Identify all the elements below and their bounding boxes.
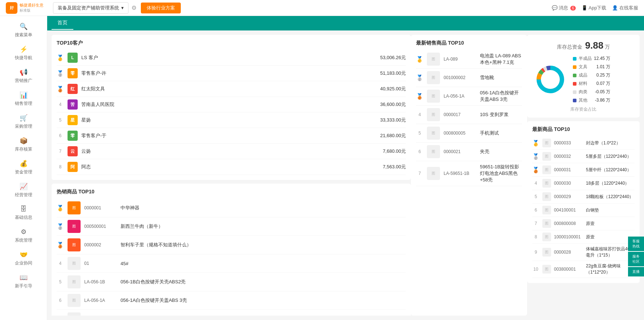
rank-name: 阿态	[81, 164, 379, 170]
medal-icon: 🥇	[532, 140, 539, 147]
messages-link[interactable]: 💬 消息 6	[552, 5, 576, 11]
medal-icon: 🥈	[57, 70, 64, 77]
legend-value: 0.25 万	[596, 72, 611, 78]
new-prod-icon: 图	[542, 179, 551, 188]
hot-products-title: 热销商品 TOP10	[57, 189, 406, 195]
newest-products-panel: 最新商品 TOP10 🥇 图 0000033 封边带（1.0*22） 🥈 图 0…	[527, 121, 640, 283]
prod-code: 000800005	[444, 131, 476, 136]
sidebar-label: 资金管理	[15, 169, 32, 175]
medal-icon: 🥈	[57, 223, 64, 230]
new-prod-name: 原壹	[586, 221, 635, 227]
sidebar-item-资金管理[interactable]: 💰资金管理	[0, 156, 47, 179]
new-prod-item: 7 图 000800008 原壹	[532, 217, 635, 230]
sidebar-label: 经营管理	[15, 192, 32, 198]
sidebar-item-系统管理[interactable]: ⚙系统管理	[0, 224, 47, 247]
sidebar-item-快捷导航[interactable]: ⚡快捷导航	[0, 42, 47, 65]
new-prod-code: 004100001	[554, 208, 583, 213]
new-prod-num: 9	[532, 250, 539, 255]
prod-img: 图	[68, 238, 81, 251]
prod-img: 图	[427, 127, 440, 140]
settings-icon[interactable]: ⚙	[131, 4, 136, 11]
rank-item: 4 苦 苦南县人民医院 36,600.00元	[57, 97, 406, 112]
prod-name: 新西兰牛肉（新牛）	[121, 223, 406, 230]
prod-img: 图	[68, 312, 81, 316]
new-prod-name: 封边带（1.0*22）	[586, 140, 635, 146]
sidebar-item-库存核算[interactable]: 📦库存核算	[0, 133, 47, 156]
prod-img: 图	[427, 167, 440, 180]
customers-top10-title: TOP10客户	[57, 40, 406, 46]
new-prod-num: 4	[532, 181, 539, 186]
prod-num: 6	[416, 149, 423, 154]
newest-sales-panel: 最新销售商品 TOP10 🥇 图 LA-089 电池盖 LA-089 ABS本色…	[411, 35, 527, 316]
logo-sub: 标准版	[20, 8, 44, 13]
rank-name: 红太阳文具	[81, 86, 376, 92]
stock-label: 库存资金占比	[532, 106, 635, 112]
rank-item: 8 阿 阿态 7,563.00元	[57, 159, 406, 175]
sidebar-item-搜索菜单[interactable]: 🔍搜索菜单	[0, 19, 47, 42]
prod-img: 图	[68, 275, 81, 288]
sidebar-item-营销推广[interactable]: 📢营销推广	[0, 65, 47, 87]
new-prod-name: 5厘多层（1220*2440）	[586, 153, 635, 160]
prod-code: 0000021	[444, 149, 476, 154]
legend-item: 文具 1.01 万	[573, 64, 610, 70]
sales-item: 🥉 图 LA-056-1A 056-1A白色按键开关盖ABS 3壳	[416, 87, 522, 106]
sidebar-label: 销售管理	[15, 100, 32, 107]
prod-img: 图	[68, 294, 81, 307]
rank-amount: 33,333.00元	[380, 117, 406, 123]
rank-name: 零售客户-于	[81, 132, 376, 139]
tab-home[interactable]: 首页	[52, 17, 73, 30]
new-prod-name: 5厘中纤（1220*2440）	[586, 167, 635, 173]
new-prod-item: 🥉 图 0000031 5厘中纤（1220*2440）	[532, 163, 635, 177]
sidebar-item-企业协同[interactable]: 🤝企业协同	[0, 247, 47, 270]
new-prod-code: 0000031	[554, 167, 583, 172]
rank-avatar: 零	[68, 68, 78, 78]
prod-name: 10S 变刹罗浆	[480, 111, 522, 118]
prod-item: 🥈 图 000500001 新西兰牛肉（新牛）	[57, 217, 406, 236]
float-btn[interactable]: 服务 社区	[628, 252, 644, 266]
sidebar-label: 营销推广	[15, 78, 32, 84]
sidebar-icon: 📢	[20, 68, 28, 76]
float-btn[interactable]: 客服 热线	[628, 237, 644, 251]
prod-code: 000500001	[84, 224, 117, 229]
prod-name: 智利车子里（规格不知道填什么）	[121, 242, 406, 248]
rank-item: 🥇 L LS 客户 53,006.26元	[57, 50, 406, 66]
sidebar-icon: 📖	[20, 274, 28, 282]
new-prod-item: 9 图 0000028 体碱嘉核味苏打饮品400毫升（1*15）	[532, 244, 635, 261]
donut-chart	[532, 61, 568, 98]
content-area: TOP10客户 🥇 L LS 客户 53,006.26元 🥈 零 零售客户-许 …	[47, 30, 644, 320]
sidebar-item-采购管理[interactable]: 🛒采购管理	[0, 110, 47, 133]
new-prod-code: 000800008	[554, 221, 583, 226]
medal-icon: 🥇	[57, 54, 64, 61]
rank-avatar: 零	[68, 131, 78, 141]
donut-container: 半成品 12.45 万 文具 1.01 万 成品 0.25 万 材料 0.07 …	[532, 56, 635, 103]
online-service-link[interactable]: 👤 在线客服	[612, 5, 638, 11]
medal-icon: 🥈	[416, 74, 423, 81]
prod-img: 图	[68, 220, 81, 233]
app-download-link[interactable]: 📱 App下载	[582, 5, 606, 11]
rank-amount: 40,925.00元	[380, 86, 406, 92]
rank-item: 🥈 零 零售客户-许 51,183.00元	[57, 66, 406, 81]
sidebar-item-新手引导[interactable]: 📖新手引导	[0, 270, 47, 293]
trial-button[interactable]: 体验行业方案	[141, 3, 181, 13]
sidebar-label: 库存核算	[15, 146, 32, 152]
prod-code: LA-056-1A	[84, 298, 117, 303]
rank-item: 6 零 零售客户-于 21,680.00元	[57, 128, 406, 144]
sidebar-label: 企业协同	[15, 260, 32, 266]
new-prod-item: 6 图 004100001 白钢垫	[532, 204, 635, 217]
system-name: 装备及固定资产辅助管理系统	[58, 5, 119, 11]
new-prod-code: 0000033	[554, 140, 583, 145]
rank-num: 5	[57, 118, 64, 123]
system-select[interactable]: 装备及固定资产辅助管理系统 ▾	[53, 2, 129, 14]
legend-dot	[573, 82, 576, 86]
rank-amount: 7,563.00元	[383, 164, 406, 170]
new-prod-icon: 图	[542, 192, 551, 201]
new-prod-name: 22g鱼豆腐-烧烤味（1*12*20）	[586, 263, 635, 275]
sidebar-item-销售管理[interactable]: 📊销售管理	[0, 87, 47, 110]
sidebar-item-基础信息[interactable]: 🗄基础信息	[0, 202, 47, 224]
prod-code: 001000002	[444, 75, 476, 80]
prod-img: 图	[427, 53, 440, 66]
rank-name: 星扬	[81, 117, 376, 123]
float-buttons: 客服 热线服务 社区直播	[628, 237, 644, 276]
sidebar-item-经营管理[interactable]: 📈经营管理	[0, 179, 47, 202]
float-btn[interactable]: 直播	[628, 267, 644, 276]
